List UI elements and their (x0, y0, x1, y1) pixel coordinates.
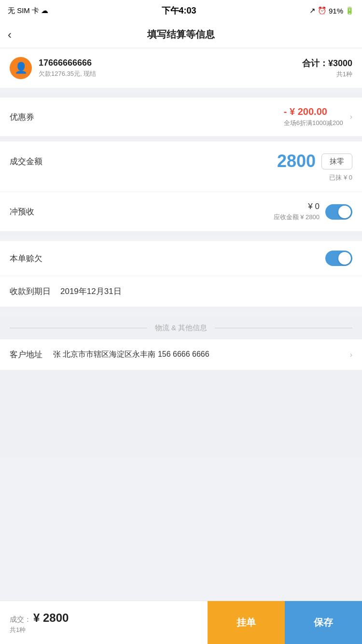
debt-toggle[interactable] (325, 251, 352, 266)
coupon-subtext: 全场6折满1000减200 (284, 119, 343, 127)
avatar-icon: 👤 (14, 62, 28, 74)
amount-value: 2800 (277, 151, 316, 171)
prepay-section: 冲预收 ¥ 0 应收金额 ¥ 2800 (0, 192, 362, 231)
prepay-label: 冲预收 (10, 206, 34, 217)
logistics-line-left (10, 328, 147, 328)
status-time: 下午4:03 (162, 5, 196, 16)
address-chevron-icon: › (350, 350, 352, 359)
prepay-subtext: 应收金额 ¥ 2800 (274, 213, 320, 222)
total-count: 共1种 (302, 70, 352, 79)
status-bar: 无 SIM 卡 ☁ 下午4:03 ↗ ⏰ 91% 🔋 (0, 0, 362, 21)
footer-amount: ¥ 2800 (33, 611, 69, 625)
total-amount: 合计：¥3000 (302, 57, 352, 69)
footer-deal-row: 成交： ¥ 2800 (10, 611, 198, 625)
coupon-label: 优惠券 (10, 112, 34, 123)
customer-subtext: 欠款1276.35元, 现结 (39, 70, 96, 78)
sim-label: 无 SIM 卡 ☁ (8, 6, 48, 15)
alarm-icon: ⏰ (318, 6, 327, 15)
customer-phone: 17666666666 (39, 58, 96, 68)
amount-label: 成交金额 (10, 156, 42, 167)
footer-deal-label: 成交： (10, 615, 31, 624)
coupon-value-wrap: - ¥ 200.00 全场6折满1000减200 (284, 106, 343, 127)
amount-row: 成交金额 2800 抹零 (10, 151, 352, 171)
coupon-discount: - ¥ 200.00 (284, 106, 343, 117)
divider-3 (0, 231, 362, 236)
logistics-label: 物流 & 其他信息 (155, 323, 207, 333)
page-title: 填写结算等信息 (147, 28, 215, 41)
amount-right: 2800 抹零 (277, 151, 352, 171)
coupon-chevron-icon: › (350, 112, 352, 121)
customer-left: 👤 17666666666 欠款1276.35元, 现结 (10, 57, 96, 79)
divider-1 (0, 93, 362, 98)
duedate-section: 收款到期日 2019年12月31日 (0, 276, 362, 307)
address-label: 客户地址 (10, 349, 48, 360)
amount-subtext: 已抹 ¥ 0 (10, 173, 352, 182)
address-value: 张 北京市市辖区海淀区永丰南 156 6666 6666 (53, 350, 348, 360)
footer: 成交： ¥ 2800 共1种 挂单 保存 (0, 601, 362, 644)
divider-4 (0, 307, 362, 312)
customer-card: 👤 17666666666 欠款1276.35元, 现结 合计：¥3000 共1… (0, 48, 362, 88)
coupon-row[interactable]: 优惠券 - ¥ 200.00 全场6折满1000减200 › (0, 98, 362, 137)
battery-label: 91% (329, 7, 343, 15)
footer-count: 共1种 (10, 626, 198, 634)
debt-label: 本单赊欠 (10, 253, 42, 264)
status-left: 无 SIM 卡 ☁ (8, 6, 48, 15)
back-button[interactable]: ‹ (8, 28, 12, 42)
avatar: 👤 (10, 57, 32, 79)
status-right: ↗ ⏰ 91% 🔋 (309, 6, 354, 15)
duedate-value: 2019年12月31日 (60, 286, 122, 297)
save-button[interactable]: 保存 (285, 601, 362, 644)
coupon-right: - ¥ 200.00 全场6折满1000减200 › (284, 106, 352, 127)
duedate-label: 收款到期日 (10, 286, 51, 297)
prepay-amount: ¥ 0 (274, 202, 320, 211)
location-icon: ↗ (309, 6, 316, 15)
customer-right: 合计：¥3000 共1种 (302, 57, 352, 79)
debt-section: 本单赊欠 (0, 241, 362, 276)
prepay-toggle[interactable] (325, 204, 352, 220)
address-section[interactable]: 客户地址 张 北京市市辖区海淀区永丰南 156 6666 6666 › (0, 339, 362, 370)
footer-info: 成交： ¥ 2800 共1种 (0, 611, 208, 634)
prepay-values: ¥ 0 应收金额 ¥ 2800 (274, 202, 320, 222)
prepay-right: ¥ 0 应收金额 ¥ 2800 (274, 202, 352, 222)
battery-icon: 🔋 (345, 6, 354, 15)
logistics-line-right (215, 328, 352, 328)
customer-info: 17666666666 欠款1276.35元, 现结 (39, 58, 96, 78)
content: 👤 17666666666 欠款1276.35元, 现结 合计：¥3000 共1… (0, 48, 362, 505)
amount-section: 成交金额 2800 抹零 已抹 ¥ 0 (0, 141, 362, 192)
round-button[interactable]: 抹零 (321, 154, 352, 169)
divider-2 (0, 137, 362, 141)
logistics-divider: 物流 & 其他信息 (0, 317, 362, 339)
bottom-empty (0, 370, 362, 457)
hold-button[interactable]: 挂单 (208, 601, 285, 644)
nav-bar: ‹ 填写结算等信息 (0, 21, 362, 48)
